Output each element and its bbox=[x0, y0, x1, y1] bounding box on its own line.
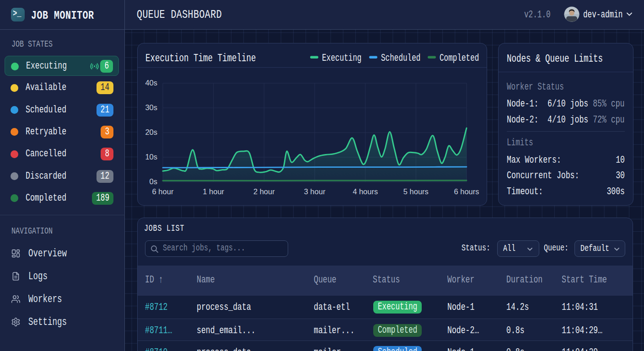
svg-text:0s: 0s bbox=[150, 177, 157, 186]
svg-text:20s: 20s bbox=[145, 128, 157, 136]
svg-text:6 hour: 6 hour bbox=[152, 187, 174, 196]
svg-text:3 hour: 3 hour bbox=[304, 187, 326, 196]
svg-text:1 hour: 1 hour bbox=[203, 187, 224, 196]
svg-text:2 hour: 2 hour bbox=[253, 187, 275, 196]
svg-text:5 hours: 5 hours bbox=[403, 187, 429, 196]
svg-text:10s: 10s bbox=[145, 153, 157, 161]
svg-text:6 hours: 6 hours bbox=[454, 187, 479, 196]
svg-text:4 hours: 4 hours bbox=[353, 187, 378, 196]
svg-text:30s: 30s bbox=[145, 103, 157, 112]
svg-text:40s: 40s bbox=[145, 79, 157, 87]
